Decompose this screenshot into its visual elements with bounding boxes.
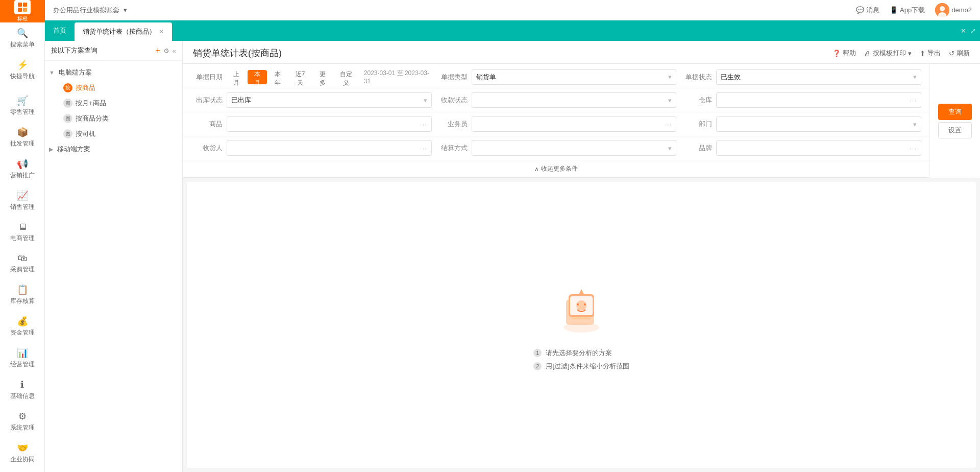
user-menu[interactable]: demo2 bbox=[935, 3, 972, 17]
tip-num-2: 2 bbox=[533, 362, 542, 370]
filter-out-status-field: 出库状态 已出库 ▾ bbox=[191, 92, 432, 108]
tree-item-by-cashier[interactable]: 图 按司机 bbox=[45, 126, 182, 141]
operations-icon: 📊 bbox=[17, 347, 28, 359]
payment-method-control[interactable]: ▾ bbox=[472, 140, 677, 156]
svg-rect-14 bbox=[572, 317, 591, 319]
sidebar-item-sales[interactable]: 📈 销售管理 bbox=[0, 185, 45, 217]
sidebar-item-retail[interactable]: 🛒 零售管理 bbox=[0, 90, 45, 122]
brand-control[interactable]: ··· bbox=[716, 140, 921, 156]
message-icon: 💬 bbox=[856, 6, 864, 14]
tab-report[interactable]: 销货单统计表（按商品） ✕ bbox=[75, 22, 172, 41]
app-download-button[interactable]: 📱 App下载 bbox=[890, 6, 925, 15]
sidebar-item-label: 零售管理 bbox=[10, 108, 35, 116]
settings-button[interactable]: 设置 bbox=[938, 122, 972, 138]
date-btn-this-month[interactable]: 本月 bbox=[248, 70, 267, 84]
sales-icon: 📈 bbox=[17, 190, 28, 201]
salesperson-dots: ··· bbox=[665, 121, 672, 128]
filter-payment-status-field: 收款状态 ▾ bbox=[436, 92, 677, 108]
sidebar-item-search[interactable]: 🔍 搜索菜单 bbox=[0, 22, 45, 54]
salesperson-control[interactable]: ··· bbox=[472, 116, 677, 132]
help-button[interactable]: ❓ 帮助 bbox=[832, 49, 856, 58]
filter-date-field: 单据日期 上月 本月 本年 近7天 更多 自定义 2023-03-01 至 20… bbox=[191, 69, 432, 85]
department-arrow: ▾ bbox=[913, 121, 917, 128]
recipient-label: 收货人 bbox=[191, 144, 227, 153]
collapse-up-icon: ∧ bbox=[534, 166, 539, 173]
sidebar-item-wholesale[interactable]: 📦 批发管理 bbox=[0, 122, 45, 153]
payment-status-control[interactable]: ▾ bbox=[472, 92, 677, 108]
doc-type-label: 单据类型 bbox=[436, 73, 472, 82]
tree-item-by-product[interactable]: 按 按商品 bbox=[45, 80, 182, 96]
filter-panel: 按以下方案查询 + ⚙ « ▼ 电脑端方案 按 按商品 图 bbox=[45, 41, 183, 472]
finance-icon: 💰 bbox=[17, 316, 28, 327]
tree-item-label-by-product: 按商品 bbox=[76, 83, 95, 92]
sidebar-item-stock[interactable]: 📋 库存核算 bbox=[0, 279, 45, 311]
svg-rect-0 bbox=[18, 3, 22, 7]
tree-item-by-month-product[interactable]: 图 按月+商品 bbox=[45, 96, 182, 111]
export-button[interactable]: ⬆ 导出 bbox=[920, 49, 941, 58]
recipient-control[interactable]: ··· bbox=[227, 140, 432, 156]
sidebar-item-label: 企业协同 bbox=[10, 455, 35, 464]
filter-row-3: 商品 ··· 业务员 ··· bbox=[183, 112, 929, 136]
filter-recipient-field: 收货人 ··· bbox=[191, 140, 432, 156]
tree-item-by-category[interactable]: 图 按商品分类 bbox=[45, 111, 182, 126]
sidebar-item-ecommerce[interactable]: 🖥 电商管理 bbox=[0, 217, 45, 248]
app-download-label: App下载 bbox=[900, 6, 925, 15]
sidebar-item-label: 采购管理 bbox=[10, 265, 35, 274]
sidebar-item-purchase[interactable]: 🛍 采购管理 bbox=[0, 248, 45, 279]
date-btn-more[interactable]: 更多 bbox=[312, 70, 332, 84]
warehouse-control[interactable]: ··· bbox=[716, 92, 921, 108]
logo-label: 标橙 bbox=[17, 15, 28, 22]
warehouse-dots: ··· bbox=[910, 97, 917, 104]
sidebar-item-marketing[interactable]: 📢 营销推广 bbox=[0, 153, 45, 185]
add-scheme-button[interactable]: + bbox=[155, 46, 160, 55]
message-label: 消息 bbox=[866, 6, 879, 15]
settings-scheme-button[interactable]: ⚙ bbox=[163, 47, 169, 55]
print-button[interactable]: 🖨 按模板打印 ▾ bbox=[864, 49, 912, 58]
out-status-value: 已出库 bbox=[231, 96, 251, 105]
export-label: 导出 bbox=[927, 49, 941, 58]
department-control[interactable]: ▾ bbox=[716, 116, 921, 132]
sidebar-item-system[interactable]: ⚙ 系统管理 bbox=[0, 406, 45, 437]
scheme-icon-orange: 按 bbox=[63, 83, 72, 92]
dropdown-icon[interactable]: ▾ bbox=[124, 6, 127, 14]
doc-status-control[interactable]: 已生效 ▾ bbox=[716, 69, 921, 85]
refresh-button[interactable]: ↺ 刷新 bbox=[949, 49, 970, 58]
collapse-button[interactable]: ∧ 收起更多条件 bbox=[183, 160, 929, 178]
refresh-icon: ↺ bbox=[949, 50, 954, 57]
tree-parent-mobile[interactable]: ▶ 移动端方案 bbox=[45, 141, 182, 157]
basic-icon: ℹ bbox=[20, 379, 24, 390]
sidebar-item-enterprise[interactable]: 🤝 企业协同 bbox=[0, 437, 45, 469]
scheme-icon-month: 图 bbox=[63, 99, 72, 108]
date-btn-custom[interactable]: 自定义 bbox=[333, 70, 359, 84]
scheme-icon-cashier: 图 bbox=[63, 129, 72, 138]
app-logo: 标橙 bbox=[0, 0, 45, 22]
collapse-panel-button[interactable]: « bbox=[173, 47, 176, 55]
sidebar-item-quick[interactable]: ⚡ 快捷导航 bbox=[0, 54, 45, 86]
message-button[interactable]: 💬 消息 bbox=[856, 6, 879, 15]
date-btn-this-year[interactable]: 本年 bbox=[268, 70, 288, 84]
sidebar-item-basic[interactable]: ℹ 基础信息 bbox=[0, 374, 45, 406]
tab-maximize-icon[interactable]: ⤢ bbox=[970, 27, 976, 35]
date-btn-7days[interactable]: 近7天 bbox=[289, 70, 312, 84]
filter-salesperson-field: 业务员 ··· bbox=[436, 116, 677, 132]
payment-status-label: 收款状态 bbox=[436, 96, 472, 105]
product-control[interactable]: ··· bbox=[227, 116, 432, 132]
sidebar-item-operations[interactable]: 📊 经营管理 bbox=[0, 342, 45, 374]
sidebar-item-label: 库存核算 bbox=[10, 297, 35, 305]
out-status-control[interactable]: 已出库 ▾ bbox=[227, 92, 432, 108]
sidebar-item-finance[interactable]: 💰 资金管理 bbox=[0, 311, 45, 342]
svg-rect-2 bbox=[18, 8, 22, 12]
query-button[interactable]: 查询 bbox=[938, 104, 972, 120]
tab-close-all-icon[interactable]: ✕ bbox=[961, 27, 966, 35]
tree-parent-pc[interactable]: ▼ 电脑端方案 bbox=[45, 65, 182, 80]
home-tab-label: 首页 bbox=[53, 26, 66, 35]
doc-type-control[interactable]: 销货单 ▾ bbox=[472, 69, 677, 85]
tab-close-icon[interactable]: ✕ bbox=[159, 28, 164, 35]
wholesale-icon: 📦 bbox=[17, 127, 28, 138]
sidebar-item-label: 基础信息 bbox=[10, 392, 35, 400]
sidebar-item-guide[interactable]: 🎯 新手引导 bbox=[0, 469, 45, 472]
date-btn-last-month[interactable]: 上月 bbox=[227, 70, 247, 84]
filter-product-field: 商品 ··· bbox=[191, 116, 432, 132]
enterprise-icon: 🤝 bbox=[17, 442, 28, 454]
tab-home[interactable]: 首页 bbox=[45, 20, 75, 41]
